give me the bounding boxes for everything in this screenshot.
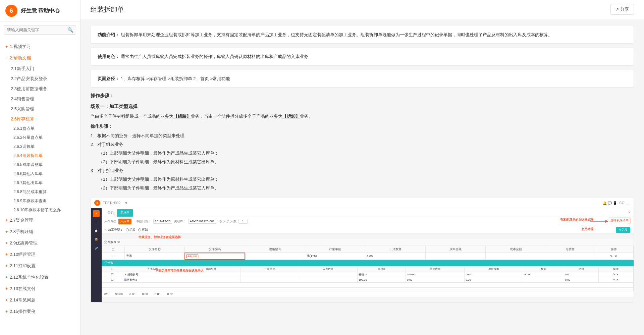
- expand-icon: +: [5, 309, 8, 314]
- mock-more: …: [627, 201, 630, 205]
- share-button[interactable]: ↗ 分享: [610, 4, 634, 15]
- sidebar-item-outbound[interactable]: 2.6.7其他出库单: [0, 178, 80, 187]
- mock-child-td-inqty-2: [299, 277, 358, 282]
- mock-child-label: 子件数: [104, 261, 113, 265]
- sidebar-item-install[interactable]: 2.2产品安装及登录: [0, 74, 80, 84]
- mock-child-th-func: 功用: [564, 266, 598, 272]
- search-input[interactable]: [7, 27, 67, 32]
- search-area: 🔍: [0, 22, 80, 38]
- mock-child-td-func-2: 0.00: [564, 277, 598, 282]
- sidebar-item-faq[interactable]: + 2.14常见问题: [0, 294, 80, 306]
- mock-radio-disassemble-input[interactable]: [138, 228, 141, 231]
- mock-child-op-2[interactable]: ✎ ✕: [613, 278, 619, 281]
- mock-bom-select[interactable]: 选择积件清单: [609, 218, 630, 223]
- sidebar-item-inbound[interactable]: 2.6.6其他入库单: [0, 169, 80, 178]
- mock-left-nav: ≡ ☰ 📋 📦 🔗: [91, 208, 102, 302]
- sidebar-item-docs[interactable]: – 2.帮助文档: [0, 52, 80, 64]
- arrow-bom: [590, 219, 610, 224]
- logo-area: 6 好生意 帮助中心: [0, 0, 80, 22]
- mock-child-td-avail-1: 100.00: [406, 272, 465, 277]
- sidebar-item-purchase[interactable]: 2.5采购管理: [0, 104, 80, 114]
- mock-th-work-qty: 工序数量: [365, 246, 425, 253]
- sidebar-item-customize[interactable]: + 2.12系统个性化设置: [0, 272, 80, 283]
- mock-op-edit-1[interactable]: ✎: [610, 255, 613, 258]
- mock-tab-new[interactable]: 新增单: [117, 209, 133, 217]
- intro-label: 功能介绍：: [98, 32, 119, 37]
- mock-th-check: ☐: [102, 246, 125, 253]
- sidebar-item-label: 2.13在线支付: [10, 286, 36, 292]
- mock-app-header: 6 TEST-H002 ▼ 🔔 💬 📱 CC …: [91, 198, 634, 208]
- role-block: 使用角色： 通常由生产人员或库管人员完成拆装业务的操作，库管人员确认原材料的出库…: [91, 48, 634, 65]
- mock-td-cost2-1: [486, 253, 546, 260]
- ops-steps-subtitle: 操作步骤：: [91, 123, 634, 129]
- mock-date-val: 2019-12-26: [153, 219, 172, 224]
- sidebar-item-newbie[interactable]: 2.1新手入门: [0, 64, 80, 74]
- sidebar-item-costcalc[interactable]: 2.6.8商品成本重算: [0, 187, 80, 197]
- mock-child-row-7: [102, 289, 634, 291]
- sidebar-item-video[interactable]: + 1.视频学习: [0, 41, 80, 52]
- mock-footer-total4: 0.00: [155, 292, 161, 296]
- mock-nav-icon-3: 📋: [93, 228, 100, 234]
- scene1-desc: 当由多个子件材料组装成一个成品的业务为【组装】业务，当由一个父件拆分成多个子产品…: [91, 112, 634, 121]
- intro-block: 功能介绍： 组装拆卸单用来处理企业组装或拆卸等加工业务，支持有固定装配清单的产品…: [91, 26, 634, 44]
- sidebar-item-data[interactable]: 2.3使用前数据准备: [0, 84, 80, 94]
- sidebar-item-sales[interactable]: 2.4销售管理: [0, 94, 80, 104]
- mock-nav-icon-2: ☰: [93, 219, 100, 226]
- mock-tab-home[interactable]: 自页: [104, 209, 117, 216]
- mock-enable-btn[interactable]: 立定发: [616, 227, 630, 233]
- path-label: 页面路径：: [98, 76, 119, 81]
- sidebar-item-assembly[interactable]: 2.6.4组装拆卸单: [0, 151, 80, 160]
- sidebar-item-finance[interactable]: + 2.7资金管理: [0, 215, 80, 226]
- sidebar-item-error[interactable]: 2.6.10库存账本错了怎么办: [0, 206, 80, 215]
- mock-child-op-1[interactable]: ✎ ✕: [613, 273, 619, 276]
- sidebar-item-print[interactable]: + 2.11打印设置: [0, 260, 80, 272]
- mock-op-del-1[interactable]: ✕: [614, 255, 617, 258]
- mock-qty-label: 拆 人员 人数: [220, 219, 236, 224]
- sidebar-item-transfer[interactable]: 2.6.3调拨单: [0, 142, 80, 151]
- mock-radio-disassemble[interactable]: 拆卸: [138, 228, 148, 232]
- mock-td-spec-1: [245, 253, 305, 260]
- mock-close-tab[interactable]: ✕: [628, 211, 631, 214]
- path-block: 页面路径： 1、库存核算->库存管理->组装拆卸单 2、首页->常用功能: [91, 70, 634, 88]
- sidebar-item-partial[interactable]: 2.6.2分量盘点单: [0, 133, 80, 142]
- mock-parent-table: ☐ 父件名称 父件编码 规格型号 计量单位 工序数量 成本金额 成本金额 可功量: [102, 246, 634, 260]
- mock-child-th-qty: 数量: [523, 266, 564, 272]
- sidebar-item-stocktake[interactable]: 2.6.1盘点单: [0, 124, 80, 133]
- mock-td-check-1: ☐: [102, 253, 125, 260]
- mock-nav-icon-1: ≡: [93, 210, 100, 217]
- mock-btn-new[interactable]: 入库单: [118, 219, 131, 224]
- page-title: 组装拆卸单: [91, 5, 124, 14]
- step-2-1: （1）上部明细为父件明细，最终作为产成品生成某它入库单；: [99, 149, 634, 158]
- mock-footer-total5: 0.00: [167, 292, 173, 296]
- sidebar-item-label: 2.9优惠券管理: [10, 240, 38, 246]
- sidebar-item-label: 2.7资金管理: [10, 217, 33, 223]
- search-icon[interactable]: 🔍: [67, 27, 73, 33]
- search-box: 🔍: [4, 25, 76, 35]
- sidebar-item-inventory[interactable]: 2.6库存核算: [0, 114, 80, 124]
- sidebar-item-ops[interactable]: + 2.10经营管理: [0, 249, 80, 260]
- mock-child-td-check-2: ☐: [102, 277, 123, 282]
- sidebar-item-cases[interactable]: + 2.15操作案例: [0, 306, 80, 317]
- mock-child-td-cost2-2: [523, 277, 564, 282]
- mock-radio-assemble-input[interactable]: [126, 228, 129, 231]
- nav-list: + 1.视频学习 – 2.帮助文档 2.1新手入门 2.2产品安装及登录 2.3…: [0, 38, 80, 335]
- mock-child-td-ops-1: ✎ ✕: [598, 272, 633, 277]
- mock-child-td-inqty-1: [299, 272, 358, 277]
- sidebar-item-online[interactable]: + 2.13在线支付: [0, 283, 80, 294]
- ops-title: 操作步骤：: [91, 93, 634, 99]
- sidebar-item-coupon[interactable]: + 2.9优惠券管理: [0, 237, 80, 249]
- expand-icon: +: [5, 252, 8, 257]
- sidebar-item-cost[interactable]: 2.6.5成本调整单: [0, 160, 80, 169]
- mock-child-th-avail: 可用量: [358, 266, 406, 272]
- mock-code-input[interactable]: AIBLUU: [186, 255, 198, 258]
- sidebar-item-label: 2.15操作案例: [10, 309, 36, 315]
- expand-icon: +: [5, 286, 8, 291]
- mock-nav-icon-5: 🔗: [93, 245, 100, 252]
- mock-td-unit-1: 托(1+6): [305, 253, 365, 260]
- sidebar-item-mobile[interactable]: + 2.8手机旺铺: [0, 226, 80, 237]
- mock-radio-assemble[interactable]: 组装: [126, 228, 136, 232]
- mock-th-spec: 规格型号: [245, 246, 305, 253]
- sidebar-item-stockcheck[interactable]: 2.6.9库存账本查询: [0, 197, 80, 206]
- role-text: 通常由生产人员或库管人员完成拆装业务的操作，库管人员确认原材料的出库和产成品的入…: [121, 54, 308, 59]
- mock-child-td-name-2: 规格参考 2: [123, 277, 240, 282]
